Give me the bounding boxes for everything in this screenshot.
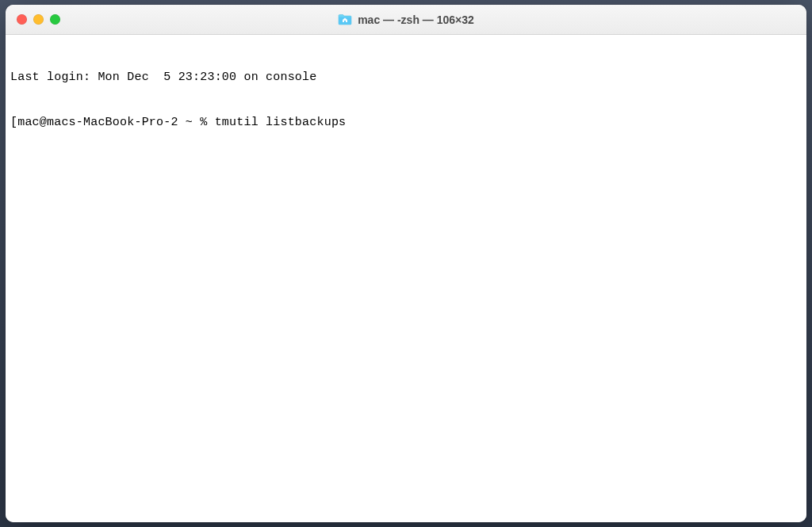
terminal-line-prompt: [mac@macs-MacBook-Pro-2 ~ % tmutil listb… — [10, 115, 803, 130]
terminal-window: mac — -zsh — 106×32 Last login: Mon Dec … — [6, 5, 806, 522]
last-login-text: Last login: Mon Dec 5 23:23:00 on consol… — [10, 71, 316, 84]
home-folder-icon — [338, 13, 352, 25]
minimize-button[interactable] — [33, 14, 44, 25]
terminal-body[interactable]: Last login: Mon Dec 5 23:23:00 on consol… — [6, 35, 806, 522]
prompt-bracket: [ — [10, 116, 17, 129]
window-title-area: mac — -zsh — 106×32 — [6, 13, 806, 26]
close-button[interactable] — [17, 14, 27, 25]
shell-prompt: mac@macs-MacBook-Pro-2 ~ % — [17, 116, 214, 129]
command-text: tmutil listbackups — [215, 116, 347, 129]
zoom-button[interactable] — [50, 14, 60, 25]
window-title: mac — -zsh — 106×32 — [358, 13, 474, 26]
terminal-line-login: Last login: Mon Dec 5 23:23:00 on consol… — [10, 70, 803, 85]
titlebar[interactable]: mac — -zsh — 106×32 — [6, 5, 806, 35]
traffic-lights — [6, 14, 60, 25]
